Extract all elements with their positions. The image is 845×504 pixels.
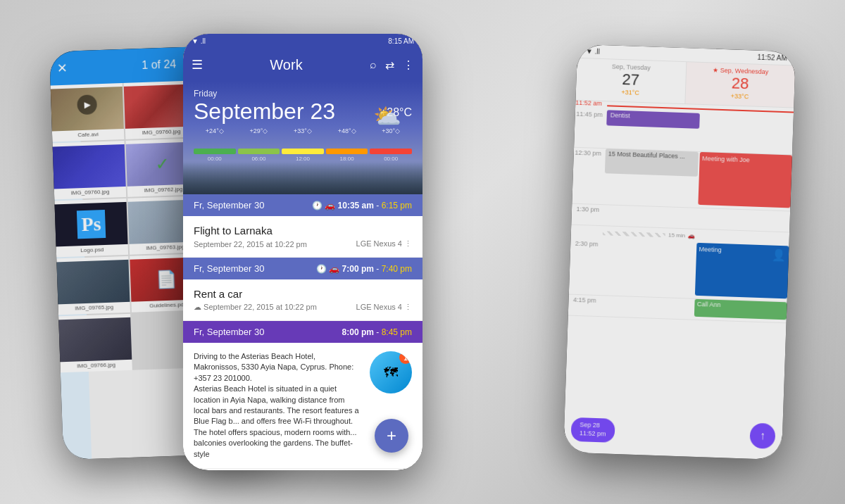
time-label: 00:00 (194, 156, 236, 162)
cloud-icon: ⛅ (373, 103, 401, 130)
agenda: ▼ .ll 8:15 AM ☰ Work ⌕ ⇄ ⋮ Friday Sep (183, 34, 423, 470)
time-label-230: 2:30 pm (569, 239, 603, 296)
agenda-date-header-1: Fr, September 30 🕐 🚗 10:35 am - 6:15 pm (183, 194, 423, 216)
agenda-item-2[interactable]: Fr, September 30 🕐 🚗 7:00 pm - 7:40 pm R… (183, 258, 423, 321)
weather-bar-2 (238, 149, 280, 154)
cal-header: Sep, Tuesday 27 +31°C ★ Sep, Wednesday 2… (575, 58, 795, 108)
time-label: 18:00 (326, 156, 368, 162)
status-time: 8:15 AM (388, 37, 414, 45)
event-date: Fr, September 30 (194, 263, 264, 274)
driving-description: Driving to the Asterias Beach Hotel, Mak… (194, 351, 363, 460)
cal-event-places[interactable]: 15 Most Beautiful Places ... (605, 149, 699, 177)
weather-temp-item: +33°◇ (282, 127, 324, 134)
cal-notice-label: 15 min (668, 232, 685, 239)
phones-container: ✕ 1 of 24 ⬆ Fr, C SAT 11:0 com 1:00 3:00 (0, 0, 845, 504)
event-device: LGE Nexus 4 ⋮ (356, 239, 412, 248)
cal-status-signal: ▼ .ll (586, 47, 600, 56)
time-label: 06:00 (238, 156, 280, 162)
event-meta-1: September 22, 2015 at 10:22 pm LGE Nexus… (194, 239, 412, 248)
phone-center: ▼ .ll 8:15 AM ☰ Work ⌕ ⇄ ⋮ Friday Sep (183, 34, 423, 470)
photoshop-icon: Ps (77, 209, 106, 238)
meeting-avatar: 👤 (770, 248, 786, 296)
fm-item[interactable]: IMG_09766.jpg (58, 314, 132, 373)
cal-notification: Sep 2811:52 pm (571, 417, 615, 443)
fab-icon: + (387, 426, 396, 446)
status-signal: ▼ .ll (192, 37, 206, 45)
fm-item[interactable]: Ps Logo.psd (54, 199, 128, 258)
weather-section: Friday September 23 +28°C ⛅ +24°◇ +29°◇ … (183, 82, 423, 194)
fm-item-label: Cafe.avi (52, 128, 124, 139)
agenda-event-2[interactable]: Rent a car ☁ September 22, 2015 at 10:22… (183, 279, 423, 320)
time-label-415: 4:15 pm (568, 295, 601, 317)
sync-icon[interactable]: ⇄ (385, 58, 394, 72)
now-time-label: 11:52 am (575, 101, 602, 107)
agenda-event-1[interactable]: Flight to Larnaka September 22, 2015 at … (183, 216, 423, 257)
phone-right-screen: ▼ .ll 11:52 AM Sep, Tuesday 27 +31°C ★ S… (563, 44, 796, 460)
event-label-dentist: Dentist (611, 111, 630, 119)
driving-map-thumb: 🗺 1 (370, 351, 412, 393)
more-icon[interactable]: ⋮ (403, 58, 414, 72)
weather-temp-item: +24°◇ (194, 127, 236, 134)
cal-scroll-btn[interactable]: ↑ (749, 423, 775, 449)
search-icon[interactable]: ⌕ (370, 58, 377, 71)
fm-item-label: IMG_09765.jpg (58, 301, 130, 312)
event-time: 🕐 🚗 7:00 pm - 7:40 pm (316, 264, 412, 274)
agenda-date-header-2: Fr, September 30 🕐 🚗 7:00 pm - 7:40 pm (183, 258, 423, 279)
fm-item[interactable]: ▶ Cafe.avi (51, 83, 125, 142)
fm-count: 1 of 24 (142, 58, 177, 72)
event-title-2: Rent a car (194, 288, 412, 300)
time-label-130: 1:30 pm (571, 204, 603, 226)
fm-item-label: IMG_09760.jpg (54, 186, 126, 196)
cal-day-col-28[interactable]: ★ Sep, Wednesday 28 +33°C (685, 62, 795, 107)
time-label-1145: 11:45 pm (574, 109, 607, 149)
fm-item-label: Logo.psd (56, 244, 128, 254)
agenda-status-bar: ▼ .ll 8:15 AM (183, 34, 423, 48)
cal-event-meeting-joe[interactable]: Meeting with Joe (698, 152, 792, 208)
time-label: 00:00 (370, 156, 412, 162)
time-label-1230: 12:30 pm (572, 148, 606, 205)
cal-event-meeting[interactable]: Meeting 👤 (694, 243, 789, 299)
event-device: LGE Nexus 4 ⋮ (356, 303, 412, 312)
cal-body: 11:52 am 11:45 pm Dentist (564, 101, 794, 446)
event-time: 🕐 🚗 10:35 am - 6:15 pm (312, 201, 412, 210)
time-label: 12:00 (282, 156, 324, 162)
fm-close-icon[interactable]: ✕ (56, 61, 68, 77)
cal-notice-bar (603, 231, 665, 237)
weather-temp-item: +48°◇ (326, 127, 368, 134)
menu-icon[interactable]: ☰ (192, 57, 203, 73)
weather-bar-4 (326, 149, 368, 154)
weather-day: Friday (194, 89, 412, 99)
cal-status-time: 11:52 AM (757, 53, 787, 62)
agenda-date-header-3: Fr, September 30 8:00 pm - 8:45 pm (183, 321, 423, 343)
fm-item[interactable]: IMG_09760.jpg (53, 141, 127, 200)
weather-bar-row (194, 140, 412, 154)
event-date: Fr, September 30 (194, 327, 264, 337)
fm-item[interactable]: IMG_09765.jpg (56, 256, 130, 315)
cal-day-col-27[interactable]: Sep, Tuesday 27 +31°C (575, 58, 686, 103)
event-subtitle: ☁ September 22, 2015 at 10:22 pm (194, 303, 317, 312)
weather-bar-1 (194, 149, 236, 154)
agenda-title: Work (270, 57, 302, 73)
agenda-toolbar: ☰ Work ⌕ ⇄ ⋮ (183, 48, 423, 82)
event-title-1: Flight to Larnaka (194, 225, 412, 237)
weather-temp-item: +29°◇ (238, 127, 280, 134)
event-meta-2: ☁ September 22, 2015 at 10:22 pm LGE Nex… (194, 303, 412, 312)
weather-bar-5 (370, 149, 412, 154)
fm-item-label: IMG_09766.jpg (60, 359, 132, 370)
phone-center-screen: ▼ .ll 8:15 AM ☰ Work ⌕ ⇄ ⋮ Friday Sep (183, 34, 423, 470)
city-silhouette (183, 163, 423, 194)
phone-right: ▼ .ll 11:52 AM Sep, Tuesday 27 +31°C ★ S… (563, 44, 796, 460)
times-row: 00:00 06:00 12:00 18:00 00:00 (194, 156, 412, 162)
weather-bar-3 (282, 149, 324, 154)
driving-map-badge: 1 (399, 351, 412, 364)
agenda-fab[interactable]: + (375, 419, 408, 453)
agenda-item-1[interactable]: Fr, September 30 🕐 🚗 10:35 am - 6:15 pm … (183, 194, 423, 258)
calendar: ▼ .ll 11:52 AM Sep, Tuesday 27 +31°C ★ S… (563, 44, 796, 460)
cal-car-icon: 🚗 (688, 232, 695, 239)
meeting-label: Meeting (697, 246, 721, 294)
pdf-icon: 📄 (156, 269, 177, 289)
event-subtitle: September 22, 2015 at 10:22 pm (194, 240, 307, 248)
toolbar-icons: ⌕ ⇄ ⋮ (370, 58, 414, 72)
cal-event-dentist[interactable]: Dentist (606, 110, 699, 129)
cal-event-call-ann[interactable]: Call Ann (694, 299, 787, 320)
